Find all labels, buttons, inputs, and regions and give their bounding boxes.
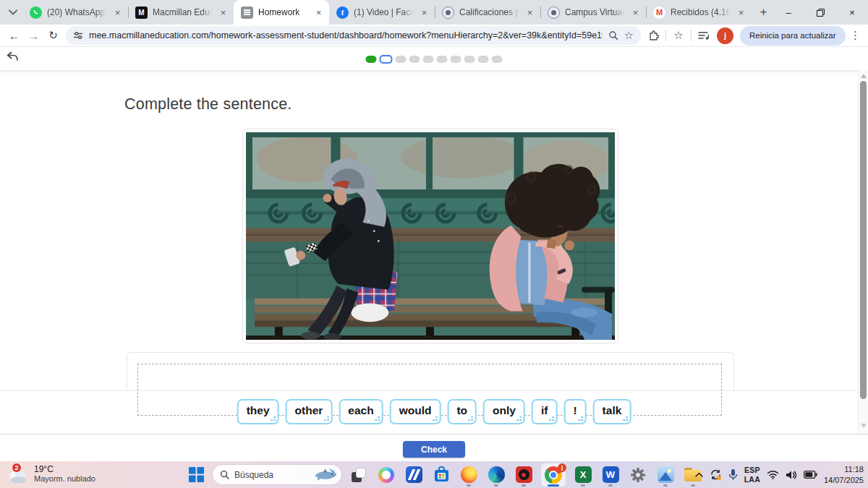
progress-pill [464, 56, 475, 63]
task-view-icon [351, 467, 367, 483]
word-tile[interactable]: they [237, 399, 279, 424]
volume-icon[interactable] [786, 470, 797, 480]
tab-homework-active[interactable]: Homework × [234, 0, 329, 25]
tab-close-icon[interactable]: × [217, 7, 229, 19]
profile-avatar[interactable]: j [717, 27, 733, 44]
taskbar-app-task-view[interactable] [349, 463, 369, 487]
language-indicator[interactable]: ESP LAA [744, 466, 760, 484]
reload-button[interactable]: ↻ [43, 26, 63, 46]
tab-close-icon[interactable]: × [312, 7, 325, 19]
progress-pill [478, 56, 489, 63]
address-bar[interactable]: mee.macmillaneducation.com/homework-asse… [66, 26, 641, 45]
taskbar-app-media-player[interactable] [514, 463, 534, 487]
tab-title: (20) WhatsApp Busin [47, 7, 106, 17]
exit-exercise-back-icon[interactable] [5, 51, 21, 67]
sparkle-star-icon[interactable]: ☆ [669, 26, 688, 45]
tab-close-icon[interactable]: × [524, 7, 536, 19]
firefox-icon [461, 466, 477, 483]
wifi-icon[interactable] [767, 470, 779, 479]
word-tile[interactable]: talk [593, 399, 631, 424]
zoom-icon[interactable] [608, 30, 618, 40]
taskbar-app-microsoft-store[interactable] [431, 463, 451, 487]
window-controls: – × [773, 0, 868, 25]
word-tile[interactable]: other [286, 399, 333, 424]
tab-gmail[interactable]: M Recibidos (4.164) - js × [646, 0, 752, 25]
organize-tabs-icon[interactable] [694, 26, 713, 45]
clock-time: 11:18 [824, 464, 864, 475]
word-tile[interactable]: if [532, 399, 557, 424]
tab-whatsapp[interactable]: (20) WhatsApp Busin × [22, 0, 128, 25]
language-top: ESP [744, 466, 760, 475]
restore-button[interactable] [804, 0, 836, 25]
back-button[interactable]: ← [4, 26, 24, 46]
start-button[interactable] [187, 464, 205, 486]
taskbar-app-photos[interactable] [655, 463, 676, 487]
tab-calificaciones[interactable]: Calificaciones para JI × [435, 0, 540, 25]
taskbar-app-excel[interactable]: X [573, 463, 593, 487]
relaunch-to-update-button[interactable]: Reinicia para actualizar [740, 26, 846, 46]
forward-button[interactable]: → [24, 26, 43, 46]
excel-icon: X [575, 466, 592, 483]
progress-pill [451, 56, 461, 63]
tab-close-icon[interactable]: × [111, 7, 124, 19]
word-tile[interactable]: ! [563, 399, 586, 424]
browser-menu-icon[interactable]: ⋮ [848, 29, 863, 42]
scrollbar-up-arrow[interactable] [861, 74, 867, 78]
progress-pill [492, 56, 503, 63]
exercise-photo-card [242, 129, 618, 343]
word-tile[interactable]: only [483, 399, 525, 424]
page-scrollbar[interactable] [858, 70, 868, 434]
tab-campus-virtual[interactable]: Campus Virtual UPA × [540, 0, 646, 25]
taskbar-app-chrome-active[interactable]: j [541, 463, 566, 487]
tab-facebook[interactable]: f (1) Video | Facebook × [329, 0, 435, 25]
new-tab-button[interactable]: + [754, 2, 773, 22]
close-window-button[interactable]: × [836, 0, 868, 25]
scrollbar-down-arrow[interactable] [861, 424, 867, 428]
microsoft-store-icon [433, 466, 450, 483]
scrollbar-thumb[interactable] [860, 81, 867, 399]
tab-title: Campus Virtual UPA [565, 7, 624, 17]
hidden-icons-chevron-icon[interactable] [695, 472, 703, 477]
bookmark-star-icon[interactable]: ☆ [624, 29, 634, 42]
taskbar-app-settings[interactable] [628, 463, 648, 487]
site-settings-icon[interactable] [73, 30, 83, 40]
taskbar-app-copilot[interactable] [376, 463, 396, 487]
url-text[interactable]: mee.macmillaneducation.com/homework-asse… [89, 30, 603, 40]
taskbar-center: Búsqueda j X W [187, 461, 703, 488]
extensions-icon[interactable] [644, 26, 663, 45]
cloud-icon: 2 [7, 465, 29, 484]
battery-icon[interactable] [804, 471, 817, 479]
search-placeholder: Búsqueda [234, 470, 307, 480]
microphone-icon[interactable] [728, 468, 738, 481]
check-button[interactable]: Check [403, 441, 465, 458]
sync-update-icon[interactable] [710, 468, 722, 481]
clock-widget[interactable]: 11:18 14/07/2025 [824, 464, 864, 486]
taskbar-search-box[interactable]: Búsqueda [213, 465, 341, 484]
tab-close-icon[interactable]: × [629, 7, 642, 19]
word-tile[interactable]: would [390, 399, 441, 424]
taskbar-app-edge[interactable] [486, 463, 506, 487]
taskbar-app-word[interactable]: W [600, 463, 621, 487]
copilot-icon [378, 467, 394, 483]
progress-pill [423, 56, 434, 63]
tab-title: Macmillan Education [153, 7, 212, 17]
tab-close-icon[interactable]: × [735, 7, 747, 19]
tab-macmillan[interactable]: M Macmillan Education × [128, 0, 234, 25]
system-tray: ESP LAA 11:18 14/07/2025 [695, 461, 864, 488]
progress-indicator [366, 55, 503, 64]
browser-window: (20) WhatsApp Busin × M Macmillan Educat… [0, 0, 868, 488]
tab-search-chevron-icon[interactable] [4, 2, 22, 22]
gmail-favicon-icon: M [653, 7, 665, 19]
clock-date: 14/07/2025 [824, 475, 864, 486]
word-tile[interactable]: each [339, 399, 383, 424]
word-tile[interactable]: to [447, 399, 477, 424]
media-player-icon [516, 466, 532, 483]
minimize-button[interactable]: – [773, 0, 804, 25]
weather-condition: Mayorm. nublado [34, 474, 95, 484]
search-highlight-shark-image[interactable] [312, 467, 339, 482]
taskbar-app-firefox[interactable] [459, 463, 479, 487]
tab-title: (1) Video | Facebook [354, 7, 413, 17]
tab-close-icon[interactable]: × [418, 7, 430, 19]
weather-widget[interactable]: 2 19°C Mayorm. nublado [7, 464, 95, 484]
taskbar-app-microsoft-365[interactable] [404, 463, 424, 487]
